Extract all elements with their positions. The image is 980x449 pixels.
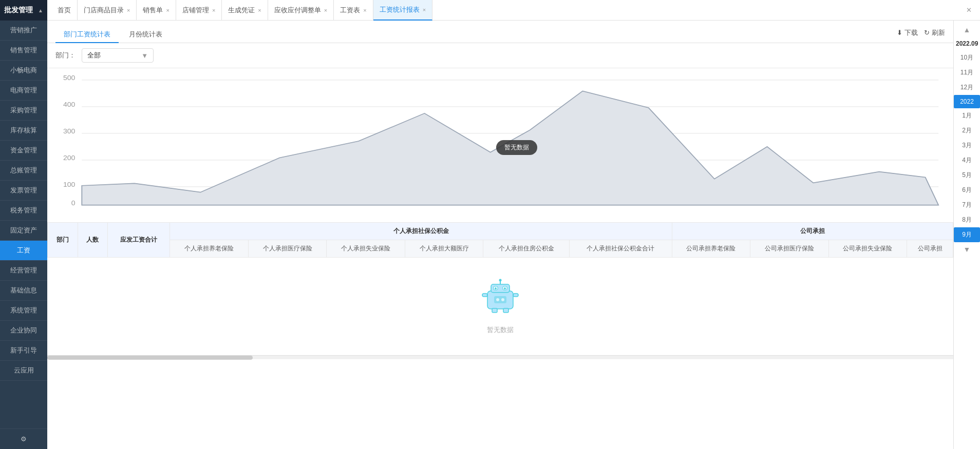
tab-close-5[interactable]: × [324, 7, 327, 13]
chart-svg: 500 400 300 200 100 0 [55, 74, 945, 208]
table-area[interactable]: 部门 人数 应发工资合计 个人承担社保公积金 公司承担 个人承担养老保险 个人承… [47, 222, 953, 449]
col-personal-medical: 个人承担医疗保险 [248, 240, 326, 258]
sidebar-arrow-icon: ▲ [38, 8, 43, 13]
refresh-icon: ↻ [924, 29, 930, 36]
sidebar-item-总账管理[interactable]: 总账管理 [0, 161, 47, 181]
timeline-month-6[interactable]: 6月 [954, 183, 980, 198]
sidebar-item-发票管理[interactable]: 发票管理 [0, 181, 47, 201]
sidebar-header[interactable]: 批发管理 ▲ [0, 0, 47, 21]
sidebar-title: 批发管理 [4, 6, 33, 15]
tab-7[interactable]: 工资统计报表× [373, 0, 432, 21]
tab-2[interactable]: 销售单× [137, 0, 176, 21]
timeline-down-arrow[interactable]: ▼ [964, 242, 971, 257]
col-personal-unemployment: 个人承担失业保险 [327, 240, 405, 258]
sidebar-item-新手引导[interactable]: 新手引导 [0, 341, 47, 361]
sidebar-item-企业协同[interactable]: 企业协同 [0, 321, 47, 341]
tab-5[interactable]: 应收应付调整单× [268, 0, 334, 21]
tab-6[interactable]: 工资表× [334, 0, 373, 21]
col-total-salary: 应发工资合计 [108, 223, 170, 258]
tab-bar-close-icon[interactable]: ✕ [962, 6, 976, 14]
tab-close-4[interactable]: × [258, 7, 261, 13]
table-scrollbar-thumb[interactable] [47, 356, 253, 360]
timeline-month-dec[interactable]: 12月 [954, 80, 980, 95]
tab-3[interactable]: 店铺管理× [176, 0, 222, 21]
svg-text:0: 0 [71, 200, 76, 207]
sidebar-item-库存核算[interactable]: 库存核算 [0, 121, 47, 141]
sidebar: 批发管理 ▲ 营销推广销售管理小畅电商电商管理采购管理库存核算资金管理总账管理发… [0, 0, 47, 449]
tab-4[interactable]: 生成凭证× [222, 0, 268, 21]
timeline-month-2[interactable]: 2月 [954, 123, 980, 138]
sidebar-item-资金管理[interactable]: 资金管理 [0, 141, 47, 161]
dept-select[interactable]: 全部 ▼ [82, 48, 154, 63]
sidebar-item-税务管理[interactable]: 税务管理 [0, 201, 47, 221]
sub-tab-actions: ⬇ 下载 ↻ 刷新 [897, 28, 945, 42]
svg-text:200: 200 [63, 154, 76, 162]
tab-label-2: 销售单 [143, 6, 163, 15]
timeline-month-oct[interactable]: 10月 [954, 50, 980, 65]
sidebar-item-销售管理[interactable]: 销售管理 [0, 41, 47, 61]
svg-text:300: 300 [63, 128, 76, 135]
timeline-month-3[interactable]: 3月 [954, 138, 980, 153]
svg-rect-24 [482, 294, 487, 297]
page-content: 部门工资统计表 月份统计表 ⬇ 下载 ↻ 刷新 部门： [47, 21, 953, 449]
tab-close-7[interactable]: × [423, 7, 426, 13]
filter-dept-label: 部门： [55, 51, 76, 60]
svg-rect-25 [513, 294, 518, 297]
sidebar-item-云应用[interactable]: 云应用 [0, 361, 47, 381]
col-dept: 部门 [48, 223, 78, 258]
sidebar-item-经营管理[interactable]: 经营管理 [0, 261, 47, 281]
refresh-button[interactable]: ↻ 刷新 [924, 28, 945, 37]
tab-close-1[interactable]: × [127, 7, 130, 13]
sidebar-item-营销推广[interactable]: 营销推广 [0, 21, 47, 41]
tab-label-7: 工资统计报表 [380, 5, 420, 14]
col-group-company: 公司承担 [672, 223, 953, 240]
tab-close-6[interactable]: × [363, 7, 366, 13]
sidebar-item-工资[interactable]: 工资 [0, 241, 47, 261]
timeline-month-nov[interactable]: 11月 [954, 65, 980, 80]
svg-rect-27 [503, 308, 508, 313]
col-company-other: 公司承担 [907, 240, 953, 258]
sidebar-item-基础信息[interactable]: 基础信息 [0, 281, 47, 301]
sub-tabs: 部门工资统计表 月份统计表 [55, 27, 171, 43]
sidebar-footer-settings[interactable]: ⚙ [0, 428, 47, 449]
timeline-month-7[interactable]: 7月 [954, 198, 980, 212]
col-personal-housing: 个人承担住房公积金 [483, 240, 570, 258]
tab-label-6: 工资表 [340, 6, 360, 15]
timeline-year-2022-label[interactable]: 2022.09 [954, 37, 980, 50]
timeline-month-1[interactable]: 1月 [954, 108, 980, 123]
timeline-panel: ▲ 2022.09 10月 11月 12月 2022 1月 2月 3月 4月 5… [953, 21, 980, 449]
tab-dept-stats[interactable]: 部门工资统计表 [55, 27, 119, 43]
col-people: 人数 [78, 223, 108, 258]
sidebar-item-系统管理[interactable]: 系统管理 [0, 301, 47, 321]
sidebar-item-小畅电商[interactable]: 小畅电商 [0, 61, 47, 81]
col-personal-pension: 个人承担养老保险 [170, 240, 248, 258]
empty-text: 暂无数据 [487, 325, 514, 335]
tab-0[interactable]: 首页 [51, 0, 78, 21]
download-button[interactable]: ⬇ 下载 [897, 28, 918, 37]
timeline-up-arrow[interactable]: ▲ [964, 23, 971, 37]
sidebar-item-采购管理[interactable]: 采购管理 [0, 101, 47, 121]
svg-point-19 [495, 287, 497, 289]
col-company-unemployment: 公司承担失业保险 [828, 240, 907, 258]
tab-bar: 首页门店商品目录×销售单×店铺管理×生成凭证×应收应付调整单×工资表×工资统计报… [47, 0, 980, 21]
tab-close-2[interactable]: × [166, 7, 169, 13]
tab-month-stats[interactable]: 月份统计表 [121, 27, 171, 43]
sidebar-item-固定资产[interactable]: 固定资产 [0, 221, 47, 241]
timeline-month-4[interactable]: 4月 [954, 153, 980, 168]
tab-close-3[interactable]: × [212, 7, 215, 13]
sidebar-item-电商管理[interactable]: 电商管理 [0, 81, 47, 101]
tab-label-5: 应收应付调整单 [274, 6, 321, 15]
svg-rect-26 [492, 308, 497, 313]
col-personal-total: 个人承担社保公积金合计 [570, 240, 672, 258]
table-scrollbar[interactable] [47, 355, 953, 359]
col-company-medical: 公司承担医疗保险 [750, 240, 828, 258]
svg-point-20 [504, 287, 506, 289]
empty-state: 暂无数据 [48, 258, 953, 355]
tab-1[interactable]: 门店商品目录× [78, 0, 137, 21]
timeline-month-5[interactable]: 5月 [954, 168, 980, 183]
svg-point-23 [501, 298, 504, 301]
timeline-month-8[interactable]: 8月 [954, 212, 980, 227]
timeline-month-9-current[interactable]: 9月 [954, 227, 980, 242]
timeline-year-2022[interactable]: 2022 [954, 95, 980, 108]
tab-label-1: 门店商品目录 [84, 6, 124, 15]
